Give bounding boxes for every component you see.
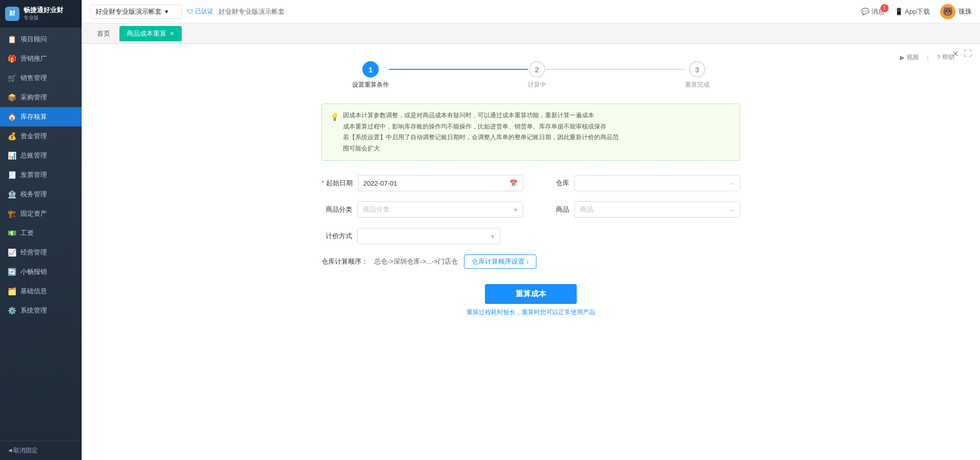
ellipsis-icon-goods: ···	[729, 206, 734, 214]
sidebar-logo: 财 畅捷通好业财 专业版	[0, 0, 82, 28]
category-select[interactable]: 商品分类 ▾	[357, 201, 523, 218]
sidebar-item-label: 固定资产	[20, 209, 47, 218]
goods-input[interactable]: 商品 ···	[574, 201, 740, 218]
tab-label-recalc: 商品成本重算	[127, 29, 166, 38]
sidebar-item-inventory[interactable]: 🏠库存核算	[0, 107, 82, 126]
finance-icon: 💰	[7, 132, 16, 140]
chevron-down-icon: ▾	[165, 8, 168, 15]
sidebar-item-label: 资金管理	[20, 132, 47, 141]
submit-hint: 重算过程耗时较长，重算时您可以正常使用产品	[322, 308, 740, 317]
submit-button[interactable]: 重算成本	[485, 284, 577, 304]
form-row-3: 计价方式 ▾	[322, 228, 740, 244]
sidebar-item-assets[interactable]: 🏗️固定资产	[0, 204, 82, 223]
tax-icon: 🏦	[7, 190, 16, 198]
project-icon: 📋	[7, 35, 16, 43]
sidebar-item-label: 销售管理	[20, 73, 47, 83]
chevron-right-icon: ›	[527, 258, 529, 266]
app-download-button[interactable]: 📱 App下载	[895, 7, 930, 16]
sidebar-item-invoice[interactable]: 🧾发票管理	[0, 165, 82, 185]
sidebar-item-label: 项目顾问	[20, 35, 47, 44]
sidebar-item-label: 采购管理	[20, 93, 47, 102]
operation-icon: 📈	[7, 248, 16, 257]
submit-area: 重算成本 重算过程耗时较长，重算时您可以正常使用产品	[322, 284, 740, 317]
step-2: 2 计算中	[528, 61, 546, 89]
ledger-icon: 📊	[7, 151, 16, 160]
tab-close-recalc[interactable]: ✕	[169, 30, 175, 37]
logo-sub: 专业版	[23, 14, 63, 21]
sidebar-item-label: 小畅报销	[20, 267, 47, 276]
mobile-icon: 📱	[895, 8, 903, 15]
calendar-icon: 📅	[509, 180, 518, 187]
step-1: 1 设置重算条件	[352, 61, 389, 89]
help-button[interactable]: ? 帮助	[937, 53, 954, 62]
ellipsis-icon-warehouse: ···	[729, 180, 734, 187]
sidebar-item-ledger[interactable]: 📊总账管理	[0, 146, 82, 165]
step-3-circle: 3	[689, 61, 705, 78]
question-icon: ?	[937, 54, 940, 61]
inventory-icon: 🏠	[7, 113, 16, 121]
sidebar: 财 畅捷通好业财 专业版 📋项目顾问🎁营销推广🛒销售管理📦采购管理🏠库存核算💰资…	[0, 0, 82, 460]
assets-icon: 🏗️	[7, 210, 16, 218]
step-line-2	[546, 69, 685, 70]
chevron-down-icon-cat: ▾	[514, 206, 518, 214]
salary-icon: 💵	[7, 229, 16, 237]
video-help-button[interactable]: ▶ 视频	[900, 53, 919, 62]
message-button[interactable]: 💬 消息 1	[861, 7, 885, 16]
warehouse-input[interactable]: ···	[574, 175, 740, 191]
warehouse-order-value: 总仓->深圳仓库->...->门店仓	[374, 257, 458, 266]
purchase-icon: 📦	[7, 93, 16, 101]
steps: 1 设置重算条件 2 计算中 3 重算完成	[97, 61, 965, 89]
avatar: 🐻	[940, 4, 955, 19]
start-date-group: 起始日期 2022-07-01 📅	[322, 175, 523, 191]
warehouse-order-settings-button[interactable]: 仓库计算顺序设置 ›	[464, 254, 536, 269]
sidebar-item-label: 系统管理	[20, 306, 47, 315]
step-2-label: 计算中	[528, 81, 546, 89]
sidebar-item-tax[interactable]: 🏦税务管理	[0, 185, 82, 204]
tab-recalc[interactable]: 商品成本重算✕	[119, 26, 182, 41]
system-icon: ⚙️	[7, 306, 16, 315]
sidebar-item-marketing[interactable]: 🎁营销推广	[0, 49, 82, 68]
tab-home[interactable]: 首页	[90, 26, 117, 41]
user-profile[interactable]: 🐻 珠珠	[940, 4, 972, 19]
main-area: 好业财专业版演示帐套 ▾ 🛡 已认证 好业财专业版演示帐套 💬 消息 1 📱 A…	[82, 0, 980, 460]
start-date-input[interactable]: 2022-07-01 📅	[358, 175, 523, 191]
logo-icon: 财	[5, 7, 19, 21]
sidebar-item-operation[interactable]: 📈经营管理	[0, 243, 82, 262]
step-3: 3 重算完成	[685, 61, 709, 89]
account-select-text: 好业财专业版演示帐套	[95, 7, 162, 16]
sidebar-item-basic[interactable]: 🗂️基础信息	[0, 282, 82, 301]
sidebar-item-salary[interactable]: 💵工资	[0, 223, 82, 243]
expense-icon: 🔄	[7, 268, 16, 276]
account-select[interactable]: 好业财专业版演示帐套 ▾	[90, 5, 182, 19]
sidebar-item-label: 总账管理	[20, 151, 47, 160]
form-section: 起始日期 2022-07-01 📅 仓库 ···	[322, 175, 740, 317]
pricing-label: 计价方式	[322, 232, 352, 241]
category-group: 商品分类 商品分类 ▾	[322, 201, 523, 218]
sidebar-footer-toggle[interactable]: ◄取消固定	[0, 441, 82, 460]
category-label: 商品分类	[322, 205, 352, 214]
sidebar-item-label: 基础信息	[20, 287, 47, 296]
sidebar-item-purchase[interactable]: 📦采购管理	[0, 88, 82, 107]
message-icon: 💬	[861, 8, 869, 15]
maximize-button[interactable]: ⛶	[964, 49, 972, 59]
step-3-label: 重算完成	[685, 81, 709, 89]
tab-label-home: 首页	[97, 29, 110, 38]
start-date-label: 起始日期	[322, 178, 353, 188]
shield-icon: 🛡	[187, 8, 193, 15]
sidebar-item-label: 税务管理	[20, 190, 47, 199]
content-help: ▶ 视频 | ? 帮助	[900, 53, 954, 62]
goods-label: 商品	[538, 205, 569, 214]
sidebar-item-sales[interactable]: 🛒销售管理	[0, 68, 82, 88]
sidebar-item-label: 营销推广	[20, 54, 47, 63]
sidebar-item-label: 库存核算	[20, 112, 47, 121]
logo-text: 畅捷通好业财	[23, 6, 63, 14]
sidebar-item-finance[interactable]: 💰资金管理	[0, 126, 82, 146]
form-row-1: 起始日期 2022-07-01 📅 仓库 ···	[322, 175, 740, 191]
pricing-select[interactable]: ▾	[357, 228, 500, 244]
warehouse-label: 仓库	[538, 178, 569, 188]
sidebar-item-project[interactable]: 📋项目顾问	[0, 30, 82, 49]
sidebar-item-system[interactable]: ⚙️系统管理	[0, 301, 82, 320]
tabbar: 首页商品成本重算✕	[82, 23, 980, 44]
sidebar-item-expense[interactable]: 🔄小畅报销	[0, 262, 82, 282]
topbar-account-name: 好业财专业版演示帐套	[218, 7, 285, 16]
